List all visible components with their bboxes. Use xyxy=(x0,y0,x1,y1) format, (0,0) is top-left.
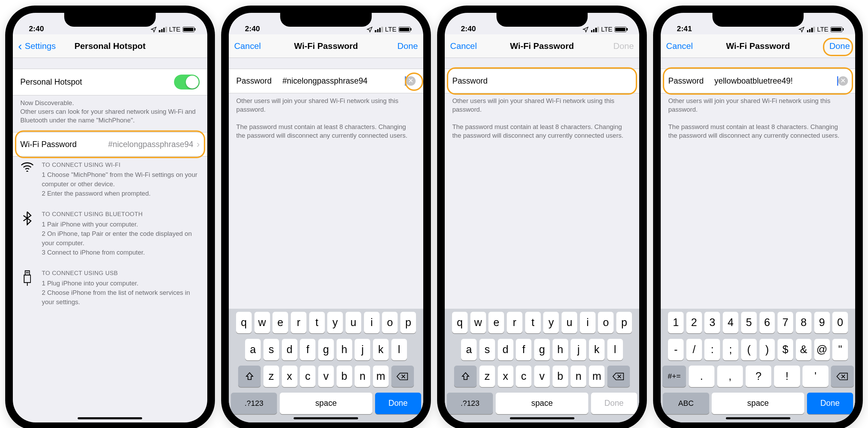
password-input-row[interactable]: Password yellowboatbluetree49! ✕ xyxy=(661,69,855,93)
home-indicator[interactable] xyxy=(726,417,790,419)
key-n[interactable]: n xyxy=(355,366,370,387)
key-&[interactable]: & xyxy=(796,339,811,360)
key-m[interactable]: m xyxy=(589,366,605,387)
key-z[interactable]: z xyxy=(479,366,495,387)
backspace-key[interactable] xyxy=(391,366,414,387)
home-indicator[interactable] xyxy=(78,417,142,419)
space-key[interactable]: space xyxy=(712,393,804,414)
key-x[interactable]: x xyxy=(282,366,297,387)
key-o[interactable]: o xyxy=(382,312,398,333)
password-input-row[interactable]: Password xyxy=(445,69,639,93)
abc-key[interactable]: ABC xyxy=(663,393,709,414)
key-l[interactable]: l xyxy=(607,339,623,360)
shift-key[interactable] xyxy=(454,366,477,387)
key-1[interactable]: 1 xyxy=(668,312,684,333)
kb-done-key[interactable]: Done xyxy=(807,393,853,414)
toggle-switch-on[interactable] xyxy=(174,75,200,89)
key-o[interactable]: o xyxy=(598,312,614,333)
key-?[interactable]: ? xyxy=(746,366,771,387)
key-u[interactable]: u xyxy=(562,312,577,333)
key-x[interactable]: x xyxy=(498,366,513,387)
key-;[interactable]: ; xyxy=(723,339,738,360)
key-d[interactable]: d xyxy=(498,339,513,360)
key-$[interactable]: $ xyxy=(778,339,793,360)
key-r[interactable]: r xyxy=(291,312,306,333)
home-indicator[interactable] xyxy=(294,417,358,419)
key-t[interactable]: t xyxy=(525,312,541,333)
key-g[interactable]: g xyxy=(534,339,550,360)
key-h[interactable]: h xyxy=(337,339,352,360)
key-i[interactable]: i xyxy=(580,312,596,333)
home-indicator[interactable] xyxy=(510,417,574,419)
clear-icon[interactable]: ✕ xyxy=(838,76,848,86)
shift-key[interactable] xyxy=(238,366,261,387)
key-a[interactable]: a xyxy=(245,339,261,360)
key-"[interactable]: " xyxy=(832,339,848,360)
key-z[interactable]: z xyxy=(263,366,279,387)
key-m[interactable]: m xyxy=(373,366,389,387)
key-5[interactable]: 5 xyxy=(741,312,757,333)
key-y[interactable]: y xyxy=(327,312,343,333)
mode-key[interactable]: .?123 xyxy=(231,393,277,414)
mode-key[interactable]: .?123 xyxy=(447,393,493,414)
key-f[interactable]: f xyxy=(300,339,315,360)
key-p[interactable]: p xyxy=(616,312,632,333)
key-c[interactable]: c xyxy=(300,366,315,387)
key-n[interactable]: n xyxy=(571,366,586,387)
key-.[interactable]: . xyxy=(689,366,714,387)
key-v[interactable]: v xyxy=(318,366,334,387)
key-v[interactable]: v xyxy=(534,366,550,387)
space-key[interactable]: space xyxy=(496,393,588,414)
password-input[interactable]: #nicelongpassphrase94 xyxy=(272,76,406,86)
password-input-row[interactable]: Password #nicelongpassphrase94 ✕ xyxy=(229,69,423,93)
back-button[interactable]: ‹ Settings xyxy=(18,39,110,53)
key-r[interactable]: r xyxy=(507,312,522,333)
key-:[interactable]: : xyxy=(704,339,720,360)
key-u[interactable]: u xyxy=(346,312,361,333)
key-w[interactable]: w xyxy=(470,312,486,333)
key-t[interactable]: t xyxy=(309,312,325,333)
key-/[interactable]: / xyxy=(686,339,702,360)
symbols-key[interactable]: #+= xyxy=(662,366,686,387)
hotspot-toggle-row[interactable]: Personal Hotspot xyxy=(13,69,207,95)
password-input[interactable]: yellowboatbluetree49! xyxy=(704,76,838,86)
key-![interactable]: ! xyxy=(774,366,800,387)
cancel-button[interactable]: Cancel xyxy=(234,41,261,51)
key-7[interactable]: 7 xyxy=(778,312,793,333)
cancel-button[interactable]: Cancel xyxy=(666,41,693,51)
keyboard[interactable]: qwertyuiop asdfghjkl zxcvbnm .?123 space… xyxy=(445,309,639,423)
done-button[interactable]: Done xyxy=(397,41,418,51)
key-6[interactable]: 6 xyxy=(760,312,775,333)
key-s[interactable]: s xyxy=(479,339,495,360)
key-)[interactable]: ) xyxy=(760,339,775,360)
done-button[interactable]: Done xyxy=(829,41,850,51)
keyboard-numeric[interactable]: 1234567890 -/:;()$&@" #+= .,?!' ABC spac… xyxy=(661,309,855,423)
key-g[interactable]: g xyxy=(318,339,334,360)
keyboard[interactable]: qwertyuiop asdfghjkl zxcvbnm .?123 space… xyxy=(229,309,423,423)
key-@[interactable]: @ xyxy=(814,339,830,360)
key-s[interactable]: s xyxy=(263,339,279,360)
key-f[interactable]: f xyxy=(516,339,531,360)
key-4[interactable]: 4 xyxy=(723,312,738,333)
key-j[interactable]: j xyxy=(355,339,370,360)
key-0[interactable]: 0 xyxy=(832,312,848,333)
cancel-button[interactable]: Cancel xyxy=(450,41,477,51)
backspace-key[interactable] xyxy=(831,366,853,387)
key-k[interactable]: k xyxy=(589,339,605,360)
key-w[interactable]: w xyxy=(254,312,270,333)
key-q[interactable]: q xyxy=(452,312,468,333)
key--[interactable]: - xyxy=(668,339,684,360)
key-d[interactable]: d xyxy=(282,339,297,360)
kb-done-key[interactable]: Done xyxy=(375,393,421,414)
key-k[interactable]: k xyxy=(373,339,389,360)
wifi-password-row[interactable]: Wi-Fi Password #nicelongpassphrase94 › xyxy=(13,132,207,156)
key-3[interactable]: 3 xyxy=(704,312,720,333)
key-2[interactable]: 2 xyxy=(686,312,702,333)
space-key[interactable]: space xyxy=(280,393,372,414)
key-b[interactable]: b xyxy=(553,366,568,387)
key-p[interactable]: p xyxy=(400,312,416,333)
key-,[interactable]: , xyxy=(717,366,743,387)
key-a[interactable]: a xyxy=(461,339,477,360)
key-h[interactable]: h xyxy=(553,339,568,360)
key-b[interactable]: b xyxy=(337,366,352,387)
